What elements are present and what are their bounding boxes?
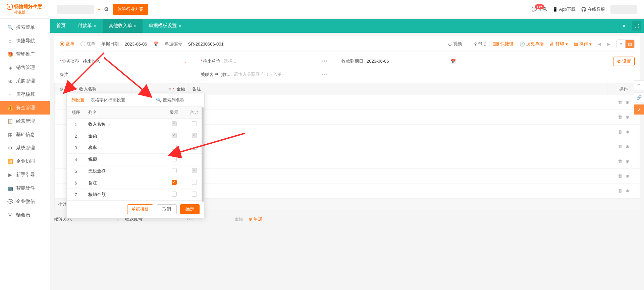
pop-tab-rowheight[interactable]: 表格字体行高设置 [91, 93, 125, 107]
tab[interactable]: 首页 [50, 19, 72, 33]
delete-icon[interactable]: 🗑 [618, 115, 622, 120]
sidebar-item[interactable]: 🔍搜索菜单 [0, 21, 50, 34]
relcust-input[interactable]: 请输入关联客户（收入单） ••• [234, 71, 328, 78]
rail-expand-icon[interactable]: ⤢ [634, 104, 644, 115]
pop-tab-columns[interactable]: 列设置 [71, 93, 85, 107]
add-row-icon[interactable]: ⊕ [626, 173, 629, 178]
checkbox[interactable] [172, 180, 177, 185]
template-button[interactable]: 单据模板 [127, 204, 153, 214]
view-toggle[interactable]: ≡▤ [616, 40, 635, 48]
more-icon[interactable]: ••• [321, 59, 328, 64]
checkbox[interactable] [192, 133, 197, 138]
sidebar-item[interactable]: ⚙系统管理 [0, 141, 50, 155]
checkbox[interactable] [172, 133, 177, 138]
rail-note-icon[interactable]: 🗒 [634, 80, 644, 90]
due-date-input[interactable]: 2023-06-06 [367, 58, 447, 65]
add-link[interactable]: ⊕添加 [249, 216, 262, 222]
close-icon[interactable]: × [94, 23, 97, 28]
tab[interactable]: 单据模板设置× [143, 19, 187, 33]
sidebar-item[interactable]: ⌂快捷导航 [0, 34, 50, 48]
sidebar-item[interactable]: 📶企业协同 [0, 155, 50, 168]
checkbox[interactable] [192, 180, 197, 185]
rail-link-icon[interactable]: 🔗 [634, 92, 644, 102]
messages-link[interactable]: 💬 消息 99+ [532, 6, 547, 12]
checkbox[interactable] [172, 192, 177, 197]
note-input[interactable] [72, 74, 187, 75]
sidebar-item[interactable]: ◈销售管理 [0, 61, 50, 74]
delete-icon[interactable]: 🗑 [618, 100, 622, 105]
sidebar-item[interactable]: ⌂库存核算 [0, 88, 50, 101]
card-view-icon[interactable]: ▤ [626, 40, 634, 48]
grid-settings-icon[interactable]: ⚙ [55, 83, 68, 95]
tab-expand-icon[interactable]: ⛶ [632, 21, 641, 30]
checkbox[interactable] [192, 168, 197, 173]
next-icon[interactable]: ▶ [607, 42, 610, 47]
amount-input[interactable]: 金额 [199, 216, 243, 222]
calendar-icon[interactable]: 📅 [153, 42, 159, 47]
tool-history[interactable]: 🕘历史单据 [520, 41, 544, 47]
unit-select[interactable]: 选择... ••• [224, 58, 328, 65]
delete-icon[interactable]: 🗑 [618, 144, 622, 149]
col-note[interactable]: 备注 [189, 83, 607, 95]
tab-close-all-icon[interactable]: ✕ [619, 21, 629, 30]
sidebar-item[interactable]: 🎁营销推广 [0, 48, 50, 61]
tool-ops[interactable]: ▦操作▾ [574, 41, 592, 47]
add-row-icon[interactable]: ⊕ [626, 144, 629, 149]
app-download-link[interactable]: 📱 App下载 [552, 6, 576, 12]
checkbox[interactable] [192, 192, 197, 197]
checkbox[interactable] [192, 121, 197, 126]
tool-video[interactable]: ⊙视频 [448, 41, 462, 47]
radio-red[interactable]: 红单 [80, 41, 95, 47]
calendar-icon[interactable]: 📅 [450, 59, 456, 64]
tool-shortcut[interactable]: ⌨快捷键 [493, 41, 514, 47]
add-row-icon[interactable]: ⊕ [626, 115, 629, 120]
cancel-button[interactable]: 取消 [157, 204, 177, 214]
sidebar-item-icon: ▦ [7, 132, 13, 137]
delete-icon[interactable]: 🗑 [618, 129, 622, 134]
sidebar-item[interactable]: ▶新手引导 [0, 168, 50, 182]
sidebar-item[interactable]: 📋经营管理 [0, 115, 50, 128]
sidebar-item[interactable]: 💬企业微信 [0, 195, 50, 208]
org-selector[interactable] [57, 5, 94, 14]
gear-icon[interactable]: ⚙ [104, 6, 109, 12]
top-header: 畅捷通好生意 标准版 ▾ ⚙ 体验行业方案 💬 消息 99+ 📱 App下载 🎧… [0, 0, 644, 19]
checkbox[interactable] [172, 121, 177, 126]
checkbox[interactable] [192, 145, 197, 150]
list-view-icon[interactable]: ≡ [617, 40, 626, 48]
radio-blue[interactable]: 蓝单 [60, 41, 74, 47]
delete-icon[interactable]: 🗑 [618, 188, 622, 193]
add-row-icon[interactable]: ⊕ [626, 188, 629, 193]
sidebar-item[interactable]: 📺智能硬件 [0, 182, 50, 195]
tab[interactable]: 其他收入单× [103, 19, 143, 33]
more-icon[interactable]: ••• [321, 72, 328, 77]
delete-icon[interactable]: 🗑 [618, 159, 622, 164]
checkbox[interactable] [172, 156, 177, 161]
checkbox[interactable] [172, 145, 177, 150]
column-search-input[interactable] [163, 97, 200, 102]
tool-help[interactable]: ?帮助 [474, 41, 487, 47]
add-row-icon[interactable]: ⊕ [626, 159, 629, 164]
chevron-down-icon[interactable]: ⌄ [107, 122, 111, 127]
prev-icon[interactable]: ◀ [598, 42, 601, 47]
close-icon[interactable]: × [134, 23, 137, 28]
add-row-icon[interactable]: ⊕ [626, 129, 629, 134]
chevron-down-icon[interactable]: ▾ [98, 7, 100, 12]
tab[interactable]: 付款单× [72, 19, 103, 33]
sidebar-item[interactable]: ▦基础信息 [0, 128, 50, 141]
settings-button[interactable]: ⚙设置 [613, 57, 635, 66]
sidebar-item[interactable]: 🛍采购管理 [0, 74, 50, 88]
scrollbar[interactable] [202, 107, 204, 202]
sidebar-item[interactable]: 💰资金管理 [0, 101, 50, 115]
ok-button[interactable]: 确定 [180, 204, 200, 214]
delete-icon[interactable]: 🗑 [618, 173, 622, 178]
close-icon[interactable]: × [179, 23, 181, 28]
sidebar-item[interactable]: V畅会员 [0, 208, 50, 222]
support-link[interactable]: 🎧 在线客服 [581, 6, 605, 12]
user-avatar[interactable] [610, 5, 637, 14]
biztype-select[interactable]: 往来收入 ⌄ [83, 58, 187, 65]
checkbox[interactable] [172, 168, 177, 173]
trial-button[interactable]: 体验行业方案 [113, 4, 148, 15]
tool-print[interactable]: 🖨打印▾ [550, 41, 568, 47]
date-value[interactable]: 2023-06-06 [125, 42, 147, 47]
add-row-icon[interactable]: ⊕ [626, 100, 629, 105]
